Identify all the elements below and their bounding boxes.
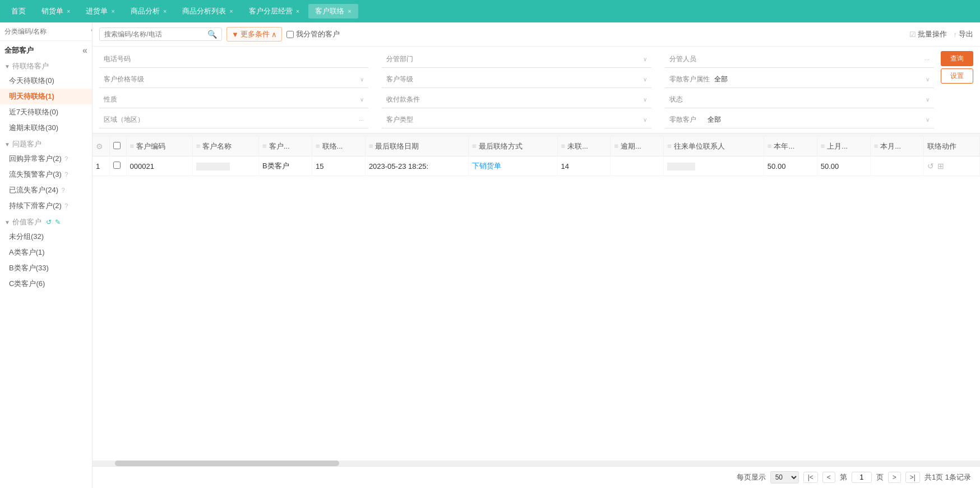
nav-customer-tiering[interactable]: 客户分层经营 × [242,4,306,19]
sidebar-item-declining[interactable]: 持续下滑客户(2) ? [0,198,92,214]
cell-customer-code: 000021 [126,156,192,176]
horizontal-scrollbar[interactable] [93,461,980,466]
sidebar-item-tomorrow-pending[interactable]: 明天待联络(1) [0,89,92,104]
col-this-year: ≡本年... [764,137,817,156]
sidebar-group-pending: ▼ 待联络客户 [0,58,92,73]
settings-button[interactable]: 设置 [941,68,973,84]
filter-row-3: 性质 ∨ 收付款条件 ∨ 状态 [99,91,934,108]
per-page-label: 每页显示 [737,472,766,482]
sidebar-item-today-pending[interactable]: 今天待联络(0) [0,73,92,89]
select-all-checkbox[interactable] [113,142,121,149]
filter-phone[interactable]: 电话号码 [99,51,368,68]
col-this-month: ≡本月... [870,137,923,156]
more-icon[interactable]: ··· [924,56,930,63]
col-customer-name: ≡客户名称 [192,137,258,156]
query-button[interactable]: 查询 [941,51,973,66]
filter-row-1: 电话号码 分管部门 ∨ 分管人员 ··· [99,51,934,68]
chevron-down-icon: ∨ [360,76,364,82]
nav-product-analysis[interactable]: 商品分析 × [124,4,173,19]
sidebar-group-problem: ▼ 问题客户 [0,136,92,151]
cell-last-contact-date: 2023-05-23 18:25: [365,156,468,176]
filter-status[interactable]: 状态 ∨ [665,91,934,108]
close-icon[interactable]: × [111,8,114,15]
filter-customer-type[interactable]: 客户类型 ∨ [382,112,651,128]
sidebar-item-repurchase-abnormal[interactable]: 回购异常客户(2) ? [0,151,92,167]
cell-customer-type: B类客户 [259,156,312,176]
scroll-thumb[interactable] [115,461,339,466]
prev-page-button[interactable]: < [822,472,835,483]
cell-overdue [611,156,664,176]
filter-customer-level[interactable]: 客户等级 ∨ [382,71,651,88]
close-icon[interactable]: × [67,8,70,15]
close-icon[interactable]: × [229,8,233,15]
col-gear: ⚙ [93,137,109,156]
filter-icon: ▼ [232,30,239,39]
nav-home[interactable]: 首页 [4,4,33,19]
refresh-icon[interactable]: ↺ [46,218,52,226]
sidebar-search-area: 🔍 [0,22,92,41]
filter-retail-attr[interactable]: 零散客户属性 全部 ∨ [665,71,934,88]
col-unlinked: ≡未联... [557,137,611,156]
batch-action-button[interactable]: ☑ 批量操作 [909,29,947,39]
filter-payment-terms[interactable]: 收付款条件 ∨ [382,91,651,108]
sidebar-item-ungrouped[interactable]: 未分组(32) [0,229,92,245]
my-customer-checkbox-wrap[interactable]: 我分管的客户 [286,29,340,39]
close-icon[interactable]: × [163,8,167,15]
cell-last-contact-method: 下销货单 [469,156,557,176]
edit-icon[interactable]: ✎ [55,218,61,226]
filter-retail-customer[interactable]: 零散客户 全部 ∨ [665,112,934,128]
filter-manager[interactable]: 分管人员 ··· [665,51,934,68]
first-page-button[interactable]: |< [803,472,818,483]
page-number-input[interactable] [852,472,872,483]
sidebar-item-overdue-pending[interactable]: 逾期未联络(30) [0,120,92,136]
export-button[interactable]: ↑ 导出 [954,29,974,39]
sidebar-item-class-c[interactable]: C类客户(6) [0,276,92,292]
search-bar: 🔍 ▼ 更多条件 ∧ 我分管的客户 ☑ 批量操作 ↑ 导出 [93,22,980,47]
more-filter-button[interactable]: ▼ 更多条件 ∧ [226,27,282,42]
filter-dept[interactable]: 分管部门 ∨ [382,51,651,68]
next-page-button[interactable]: > [888,472,901,483]
col-customer-code: ≡客户编码 [126,137,192,156]
last-page-button[interactable]: >| [905,472,920,483]
filter-panel: 电话号码 分管部门 ∨ 分管人员 ··· [93,47,980,133]
chevron-up-icon: ∧ [271,30,277,39]
cell-row-actions: ↺ ⊞ [923,156,979,176]
cell-last-month: 50.00 [817,156,870,176]
my-customer-checkbox[interactable] [286,31,294,38]
chevron-down-icon: ▼ [4,63,10,70]
more-icon[interactable]: ··· [359,117,364,123]
right-actions: ☑ 批量操作 ↑ 导出 [909,29,974,39]
per-page-select[interactable]: 50 100 200 [770,471,799,484]
close-icon[interactable]: × [296,8,299,15]
nav-product-analysis-list[interactable]: 商品分析列表 × [175,4,239,19]
nav-purchase-order[interactable]: 进货单 × [79,4,121,19]
col-customer-type: ≡客户... [259,137,312,156]
grid-action-icon[interactable]: ⊞ [937,162,944,171]
cell-contact-count: 15 [312,156,365,176]
sidebar-item-7days-pending[interactable]: 近7天待联络(0) [0,104,92,120]
contact-action-icon[interactable]: ↺ [927,162,934,171]
cell-unit-contact [664,156,764,176]
close-icon[interactable]: × [348,8,351,15]
filter-nature[interactable]: 性质 ∨ [99,91,368,108]
table-container: ⚙ ≡客户编码 ≡客户名称 ≡客户... [93,137,980,461]
filter-price-level[interactable]: 客户价格等级 ∨ [99,71,368,88]
filter-region[interactable]: 区域（地区） ··· [99,112,368,128]
col-checkbox [109,137,126,156]
search-icon[interactable]: 🔍 [207,30,217,39]
sidebar-item-class-b[interactable]: B类客户(33) [0,260,92,276]
table-header-row: ⚙ ≡客户编码 ≡客户名称 ≡客户... [93,137,980,156]
sidebar-search-input[interactable] [4,27,89,35]
nav-sales-order[interactable]: 销货单 × [35,4,77,19]
gear-icon[interactable]: ⚙ [96,142,103,151]
chevron-down-icon: ∨ [926,117,930,123]
sidebar-item-churned[interactable]: 已流失客户(24) ? [0,182,92,198]
sidebar-item-class-a[interactable]: A类客户(1) [0,245,92,260]
cell-checkbox [109,156,126,176]
sidebar-item-churn-warning[interactable]: 流失预警客户(3) ? [0,167,92,182]
last-contact-link[interactable]: 下销货单 [472,162,501,170]
collapse-icon[interactable]: « [82,45,87,56]
row-checkbox[interactable] [113,162,121,169]
nav-customer-contact[interactable]: 客户联络 × [308,4,358,19]
search-input[interactable] [104,30,205,38]
